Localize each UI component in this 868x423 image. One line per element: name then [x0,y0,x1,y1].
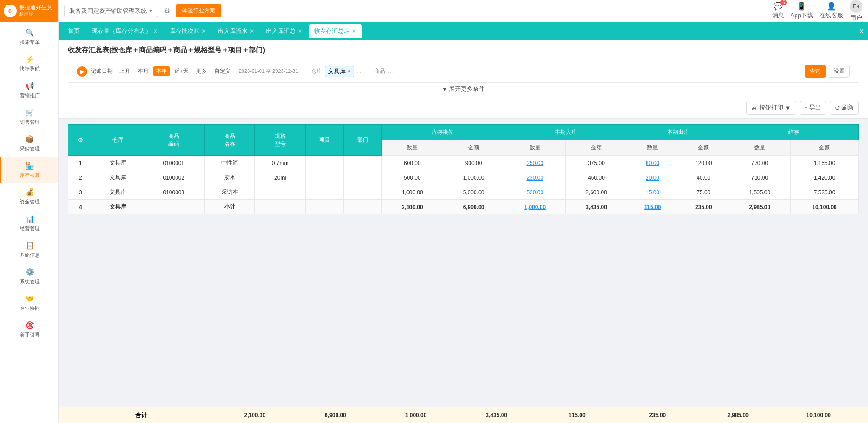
cell-in-qty[interactable]: 1,000.00 [504,200,566,214]
tab-inout-summary[interactable]: 出入库汇总✕ [260,24,308,38]
messages-badge: 6 [780,0,787,5]
system-icon: ⚙️ [25,268,34,276]
main-area: 装备及固定资产辅助管理系统 ▼ ⚙ 体验行业方案 💬 消息 6 📱 App下载 … [59,0,868,423]
cell-close-amt: 1,420.00 [791,170,859,185]
date-btn-更多[interactable]: 更多 [193,66,210,76]
sidebar-item-search[interactable]: 🔍搜索菜单 [0,24,58,50]
sidebar-nav: 🔍搜索菜单⚡快捷导航📢营销推广🛒销售管理📦采购管理🏪库存核算💰资金管理📊经营管理… [0,22,58,423]
cell-out-amt: 40.00 [678,170,729,185]
footer-open-qty: 2,100.00 [215,411,295,419]
cell-in-qty[interactable]: 230.00 [504,170,566,185]
cell-out-qty[interactable]: 15.00 [627,185,678,200]
warehouse-tag[interactable]: 文具库 ✕ [325,66,354,77]
footer-out-amt: 235.00 [617,411,698,419]
trial-button[interactable]: 体验行业方案 [176,4,221,17]
page-title: 收发存汇总表(按仓库＋商品编码＋商品＋规格型号＋项目＋部门) [68,46,859,55]
sidebar-item-label: 企业协同 [20,305,40,312]
print-button[interactable]: 🖨 按钮打印 ▼ [746,101,796,115]
sidebar-item-guide[interactable]: 🎯新手引导 [0,316,58,343]
tab-close-icon[interactable]: ✕ [201,28,206,34]
date-btn-上月[interactable]: 上月 [116,66,133,76]
sidebar-item-sales[interactable]: 🛒销售管理 [0,104,58,130]
sidebar-item-system[interactable]: ⚙️系统管理 [0,263,58,290]
sidebar-item-basic[interactable]: 📋基础信息 [0,236,58,263]
tab-close-icon[interactable]: ✕ [249,28,254,34]
online-service-label: 在线客服 [819,11,843,20]
cell-out-qty[interactable]: 20.00 [627,170,678,185]
footer-values: 2,100.00 6,900.00 1,000.00 3,435.00 115.… [215,411,859,419]
warehouse-more-button[interactable]: ... [357,68,361,75]
query-button[interactable]: 查询 [805,65,826,78]
goods-filter: 商品 ... [374,67,393,75]
cell-department [344,170,382,185]
system-selector[interactable]: 装备及固定资产辅助管理系统 ▼ [64,5,158,17]
tab-home[interactable]: 首页 [62,24,85,38]
cell-no: 1 [68,156,93,170]
topbar-right: 💬 消息 6 📱 App下载 👤 在线客服 Ea 用户 [772,0,862,22]
tab-inout-flow[interactable]: 出入库流水✕ [212,24,260,38]
date-btn-自定义[interactable]: 自定义 [211,66,233,76]
col-settings-header[interactable]: ⚙ [68,125,93,156]
sidebar-item-quick-nav[interactable]: ⚡快捷导航 [0,50,58,77]
date-btn-本月[interactable]: 本月 [135,66,151,76]
cell-project [306,185,344,200]
marketing-icon: 📢 [25,82,34,90]
cell-project [306,156,344,170]
cell-goods-code: 0100003 [143,185,205,200]
cell-goods-name: 小计 [205,200,255,214]
goods-more-button[interactable]: ... [388,68,393,75]
user-menu[interactable]: Ea 用户 [850,0,862,22]
sidebar-item-purchase[interactable]: 📦采购管理 [0,130,58,157]
sales-icon: 🛒 [25,108,34,117]
cell-goods-code: 0100002 [143,170,205,185]
sidebar-item-operations[interactable]: 📊经营管理 [0,210,58,236]
messages-label: 消息 [772,11,784,20]
sidebar-item-marketing[interactable]: 📢营销推广 [0,77,58,104]
tab-stock-dist[interactable]: 现存量（库存分布表）✕ [86,24,163,38]
cell-in-qty[interactable]: 250.00 [504,156,566,170]
quick-nav-icon: ⚡ [25,55,34,64]
table-settings-button[interactable]: 设置 [829,65,850,78]
sidebar-item-label: 资金管理 [20,198,40,205]
tab-close-icon[interactable]: ✕ [153,28,158,34]
messages-button[interactable]: 💬 消息 6 [772,2,784,20]
content-area: 收发存汇总表(按仓库＋商品编码＋商品＋规格型号＋项目＋部门) ▶ 记账日期 上月… [59,40,868,423]
col-out-header: 本期出库 [627,125,729,140]
app-download-button[interactable]: 📱 App下载 [791,2,813,20]
cell-close-amt: 10,100.00 [791,200,859,214]
col-in-header: 本期入库 [504,125,627,140]
expand-conditions-button[interactable]: ▼ 展开更多条件 [442,85,485,93]
cell-warehouse: 文具库 [93,185,143,200]
cell-out-amt: 75.00 [678,185,729,200]
settings-icon[interactable]: ⚙ [164,6,170,15]
cell-open-amt: 1,000.00 [443,170,504,185]
cell-close-qty: 710.00 [729,170,791,185]
sidebar-item-enterprise[interactable]: 🤝企业协同 [0,290,58,316]
col-in-qty-header: 数量 [504,140,566,156]
cell-project [306,170,344,185]
cell-out-qty[interactable]: 80.00 [627,156,678,170]
warehouse-tag-remove[interactable]: ✕ [347,69,351,74]
date-btn-近7天[interactable]: 近7天 [171,66,191,76]
cell-goods-code: 0100001 [143,156,205,170]
export-button[interactable]: ↑ 导出 [800,101,827,115]
operations-icon: 📊 [25,214,34,223]
cell-out-qty[interactable]: 115.00 [627,200,678,214]
sidebar-item-stock[interactable]: 🏪库存核算 [0,157,58,183]
tab-batch[interactable]: 库存批次账✕ [164,24,211,38]
cell-in-qty[interactable]: 520.00 [504,185,566,200]
tab-close-icon[interactable]: ✕ [352,28,356,34]
col-closing-header: 结存 [729,125,859,140]
expand-icon: ▼ [442,86,448,93]
online-service-button[interactable]: 👤 在线客服 [819,2,843,20]
filter-toggle-button[interactable]: ▶ [77,66,87,77]
cell-warehouse: 文具库 [93,156,143,170]
col-out-qty-header: 数量 [627,140,678,156]
tab-close-icon[interactable]: ✕ [298,28,302,34]
date-btn-本年[interactable]: 本年 [153,66,170,76]
cell-out-amt: 235.00 [678,200,729,214]
tab-stock-summary[interactable]: 收发存汇总表✕ [309,24,362,38]
tabs-close-all[interactable]: ✕ [859,27,864,35]
refresh-button[interactable]: ↺ 刷新 [830,101,859,115]
sidebar-item-finance[interactable]: 💰资金管理 [0,183,58,210]
